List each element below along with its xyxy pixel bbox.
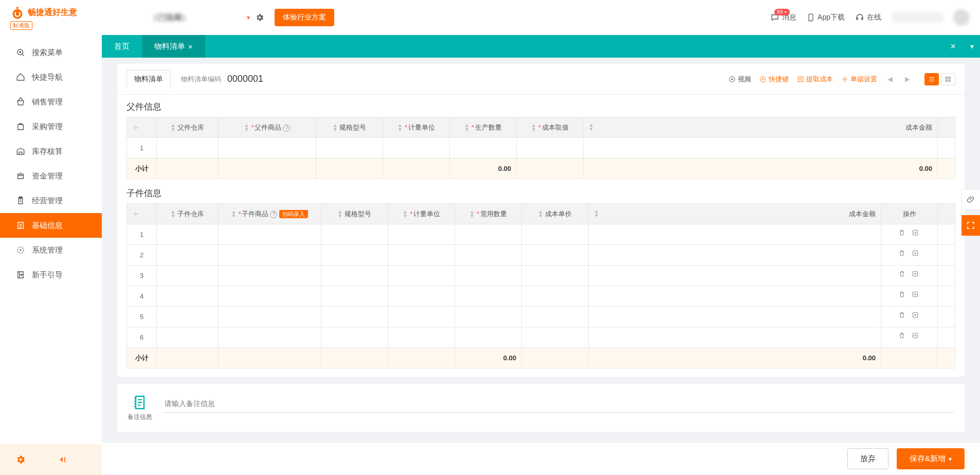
app-download-button[interactable]: App下载	[807, 13, 845, 22]
help-icon[interactable]: ?	[270, 211, 277, 218]
cell-parent-qty[interactable]	[450, 138, 517, 159]
sidebar-item-sales[interactable]: 销售管理	[0, 90, 102, 114]
cell-child-unit[interactable]	[388, 224, 455, 245]
messages-button[interactable]: 99 + 消息	[770, 13, 796, 22]
trial-industry-button[interactable]: 体验行业方案	[275, 9, 334, 26]
cell-child-unit-cost[interactable]	[522, 307, 589, 327]
online-service-button[interactable]: 在线	[855, 13, 881, 22]
tab-home[interactable]: 首页	[102, 35, 142, 58]
cell-child-unit-cost[interactable]	[522, 327, 589, 348]
delete-row-icon[interactable]	[898, 270, 908, 279]
table-row[interactable]: 1	[127, 138, 955, 159]
cell-child-req-qty[interactable]	[455, 286, 522, 307]
delete-row-icon[interactable]	[898, 250, 908, 259]
cell-child-unit[interactable]	[388, 286, 455, 307]
col-child-spec[interactable]: 规格型号	[321, 204, 388, 224]
col-parent-unit[interactable]: *计量单位	[383, 117, 450, 138]
table-row[interactable]: 3	[127, 266, 955, 286]
col-child-cost-amount[interactable]: 成本金额	[589, 204, 881, 224]
cell-child-unit-cost[interactable]	[522, 266, 589, 286]
cell-parent-spec[interactable]	[316, 138, 383, 159]
cell-child-item[interactable]	[219, 286, 321, 307]
cell-child-req-qty[interactable]	[455, 266, 522, 286]
cell-parent-item[interactable]	[219, 138, 316, 159]
cell-child-unit[interactable]	[388, 327, 455, 348]
add-row-icon[interactable]	[912, 229, 921, 238]
cell-child-cost-amount[interactable]	[589, 266, 881, 286]
prev-doc-icon[interactable]: ◀	[885, 75, 895, 83]
row-settings-header[interactable]	[127, 204, 157, 224]
tab-bom[interactable]: 物料清单 ×	[142, 35, 205, 58]
cell-child-warehouse[interactable]	[157, 286, 219, 307]
tab-close-icon[interactable]: ×	[188, 42, 193, 51]
view-grid-icon[interactable]	[941, 73, 955, 85]
help-icon[interactable]: ?	[283, 125, 290, 132]
doc-settings-button[interactable]: 单据设置	[841, 75, 877, 84]
col-child-unit[interactable]: *计量单位	[388, 204, 455, 224]
table-row[interactable]: 5	[127, 307, 955, 327]
col-parent-cost-amount[interactable]: 成本金额	[584, 117, 938, 138]
cell-child-spec[interactable]	[321, 245, 388, 266]
sidebar-item-operations[interactable]: 经营管理	[0, 188, 102, 213]
sidebar-item-purchase[interactable]: 采购管理	[0, 114, 102, 139]
fullscreen-toggle[interactable]	[961, 215, 980, 236]
col-parent-cost-method[interactable]: *成本取值	[517, 117, 584, 138]
tabs-more-icon[interactable]: ▾	[964, 42, 980, 50]
add-row-icon[interactable]	[912, 291, 921, 300]
cell-parent-unit[interactable]	[383, 138, 450, 159]
discard-button[interactable]: 放弃	[847, 448, 888, 469]
delete-row-icon[interactable]	[898, 229, 908, 238]
cell-child-item[interactable]	[219, 266, 321, 286]
cell-child-req-qty[interactable]	[455, 307, 522, 327]
add-row-icon[interactable]	[912, 311, 921, 321]
cell-parent-cost-method[interactable]	[517, 138, 584, 159]
cell-child-warehouse[interactable]	[157, 266, 219, 286]
cell-child-item[interactable]	[219, 224, 321, 245]
col-child-unit-cost[interactable]: 成本单价	[522, 204, 589, 224]
delete-row-icon[interactable]	[898, 311, 908, 321]
user-avatar[interactable]	[953, 9, 970, 26]
cell-child-cost-amount[interactable]	[589, 286, 881, 307]
delete-row-icon[interactable]	[898, 291, 908, 300]
settings-gear-icon[interactable]	[15, 454, 26, 465]
col-child-req-qty[interactable]: *需用数量	[455, 204, 522, 224]
sidebar-item-basic-info[interactable]: 基础信息	[0, 213, 102, 238]
cell-child-cost-amount[interactable]	[589, 327, 881, 348]
col-child-warehouse[interactable]: 子件仓库	[157, 204, 219, 224]
cell-child-cost-amount[interactable]	[589, 307, 881, 327]
sidebar-item-search-menu[interactable]: 搜索菜单	[0, 40, 102, 65]
sidebar-item-system[interactable]: 系统管理	[0, 238, 102, 262]
extract-cost-button[interactable]: 提取成本	[797, 75, 833, 84]
cell-child-warehouse[interactable]	[157, 307, 219, 327]
cell-child-warehouse[interactable]	[157, 327, 219, 348]
remarks-input[interactable]	[162, 394, 954, 413]
col-parent-qty[interactable]: *生产数量	[450, 117, 517, 138]
cell-child-spec[interactable]	[321, 266, 388, 286]
cell-child-spec[interactable]	[321, 224, 388, 245]
add-row-icon[interactable]	[912, 250, 921, 259]
attachment-panel-toggle[interactable]	[961, 189, 980, 210]
shortcut-button[interactable]: 快捷键	[759, 75, 789, 84]
col-parent-spec[interactable]: 规格型号	[316, 117, 383, 138]
cell-child-cost-amount[interactable]	[589, 245, 881, 266]
tenant-settings-icon[interactable]	[255, 13, 264, 22]
cell-parent-warehouse[interactable]	[157, 138, 219, 159]
cell-child-warehouse[interactable]	[157, 224, 219, 245]
cell-child-spec[interactable]	[321, 286, 388, 307]
col-child-item[interactable]: *子件商品?扫码录入	[219, 204, 321, 224]
cell-child-unit[interactable]	[388, 266, 455, 286]
cell-child-item[interactable]	[219, 307, 321, 327]
table-row[interactable]: 1	[127, 224, 955, 245]
add-row-icon[interactable]	[912, 270, 921, 279]
cell-child-req-qty[interactable]	[455, 327, 522, 348]
col-parent-warehouse[interactable]: 父件仓库	[157, 117, 219, 138]
collapse-sidebar-icon[interactable]	[57, 454, 67, 465]
sidebar-item-quick-nav[interactable]: 快捷导航	[0, 65, 102, 90]
tenant-selector[interactable]: （已隐藏） ▾	[149, 12, 250, 23]
add-row-icon[interactable]	[912, 332, 921, 341]
save-and-new-button[interactable]: 保存&新增 ▾	[897, 448, 965, 469]
table-row[interactable]: 4	[127, 286, 955, 307]
video-help-button[interactable]: 视频	[729, 75, 751, 84]
cell-child-unit-cost[interactable]	[522, 286, 589, 307]
col-parent-item[interactable]: *父件商品?	[219, 117, 316, 138]
